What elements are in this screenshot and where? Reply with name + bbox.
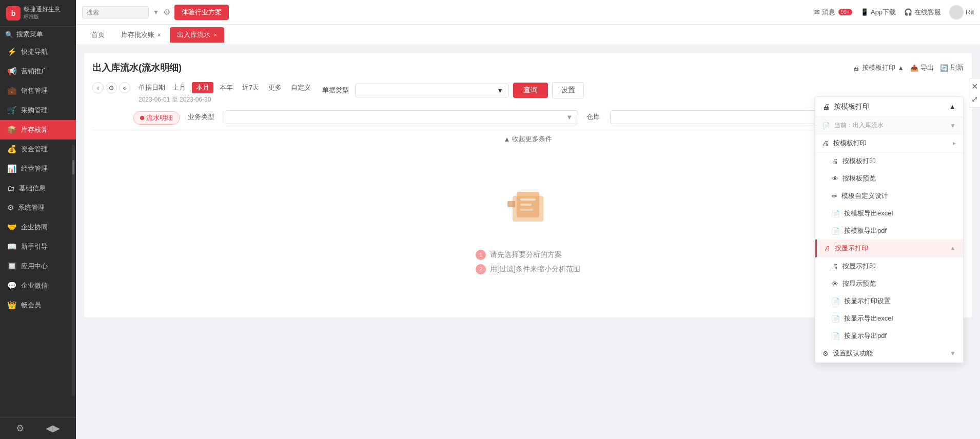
dropdown-item-template-preview[interactable]: 👁 按模板预览 bbox=[815, 170, 963, 187]
date-option-7days[interactable]: 近7天 bbox=[239, 82, 262, 93]
tab-batch-close[interactable]: × bbox=[158, 32, 161, 38]
dropdown-header[interactable]: 🖨 按模板打印 ▲ bbox=[815, 97, 963, 117]
dropdown-item-template-custom[interactable]: ✏ 模板自定义设计 bbox=[815, 187, 963, 205]
page-title-row: 出入库流水(流水明细) 🖨 按模板打印 ▲ 📤 导出 🔄 bbox=[92, 62, 964, 74]
date-options: 上月 本月 本年 近7天 更多 自定义 bbox=[169, 82, 314, 93]
dropdown-item-display-preview[interactable]: 👁 按显示预览 bbox=[815, 275, 963, 292]
display-pdf-icon: 📄 bbox=[832, 332, 840, 340]
type-select[interactable]: ▼ bbox=[355, 84, 509, 97]
header-right: ✉ 消息 99+ 📱 App下载 🎧 在线客服 Rit bbox=[814, 5, 974, 19]
date-option-this-year[interactable]: 本年 bbox=[217, 82, 236, 93]
template-pdf-label: 按模板导出pdf bbox=[844, 226, 887, 235]
refresh-btn[interactable]: 🔄 刷新 bbox=[940, 63, 964, 72]
active-tag[interactable]: 流水明细 bbox=[133, 111, 180, 125]
display-print-icon: 🖨 bbox=[832, 263, 838, 270]
collapse-filter-btn[interactable]: « bbox=[119, 82, 130, 93]
template-print-section-title[interactable]: 🖨 按模板打印 ▸ bbox=[815, 134, 963, 152]
sidebar-item-operations[interactable]: 📊 经营管理 bbox=[0, 159, 76, 178]
sidebar-item-purchase[interactable]: 🛒 采购管理 bbox=[0, 101, 76, 120]
sidebar-item-sales[interactable]: 💼 销售管理 bbox=[0, 81, 76, 101]
refresh-icon: 🔄 bbox=[940, 64, 948, 72]
sidebar-item-collab[interactable]: 🤝 企业协同 bbox=[0, 217, 76, 237]
sidebar-search[interactable]: 🔍 搜索菜单 bbox=[0, 27, 76, 42]
dropdown-item-display-pdf[interactable]: 📄 按显示导出pdf bbox=[815, 327, 963, 345]
sidebar-item-label: 经营管理 bbox=[21, 164, 48, 173]
print-template-btn[interactable]: 🖨 按模板打印 ▲ bbox=[853, 63, 904, 72]
query-btn[interactable]: 查询 bbox=[513, 83, 548, 98]
warehouse-filter-label: 仓库 bbox=[586, 112, 600, 122]
sidebar-logo: b 畅捷通好生意 标准版 bbox=[0, 0, 76, 27]
dropdown-default-section[interactable]: ⚙ 设置默认功能 ▼ bbox=[815, 345, 963, 363]
display-print-section-title[interactable]: 🖨 按显示打印 ▲ bbox=[815, 240, 963, 257]
dropdown-item-display-print[interactable]: 🖨 按显示打印 bbox=[815, 257, 963, 275]
user-avatar-item[interactable]: Rit bbox=[949, 5, 974, 19]
collapse-btn[interactable]: ▲ 收起更多条件 bbox=[504, 134, 553, 144]
dropdown-item-template-print[interactable]: 🖨 按模板打印 bbox=[815, 152, 963, 170]
date-option-custom[interactable]: 自定义 bbox=[288, 82, 314, 93]
template-print-section-label: 按模板打印 bbox=[833, 138, 867, 148]
date-option-last-month[interactable]: 上月 bbox=[169, 82, 189, 93]
sidebar-item-guide[interactable]: 📖 新手引导 bbox=[0, 237, 76, 256]
search-input[interactable] bbox=[82, 6, 149, 18]
sidebar-item-wechat[interactable]: 💬 企业微信 bbox=[0, 276, 76, 295]
date-range: 2023-06-01 至 2023-06-30 bbox=[139, 95, 314, 104]
dropdown-item-display-print-settings[interactable]: 📄 按显示打印设置 bbox=[815, 292, 963, 310]
template-print-section-icon: 🖨 bbox=[822, 139, 829, 147]
tab-batch-account[interactable]: 库存批次账 × bbox=[114, 27, 168, 43]
page-content: 出入库流水(流水明细) 🖨 按模板打印 ▲ 📤 导出 🔄 bbox=[76, 45, 980, 439]
settings-bottom-icon[interactable]: ⚙ bbox=[16, 423, 24, 434]
header-gear-icon[interactable]: ⚙ bbox=[163, 7, 170, 17]
filter-settings-btn[interactable]: ⚙ bbox=[106, 82, 117, 93]
logo-icon: b bbox=[6, 6, 21, 21]
tab-inout-close[interactable]: × bbox=[213, 32, 217, 38]
dropdown-item-template-pdf[interactable]: 📄 按模板导出pdf bbox=[815, 222, 963, 240]
empty-steps: 1 请先选择要分析的方案 2 用[过滤]条件来缩小分析范围 bbox=[476, 250, 580, 278]
sidebar-item-label: 企业协同 bbox=[21, 223, 48, 232]
setting-btn[interactable]: 设置 bbox=[552, 82, 584, 98]
sidebar-item-marketing[interactable]: 📢 营销推广 bbox=[0, 62, 76, 81]
print-chevron-icon: ▲ bbox=[897, 64, 904, 72]
export-btn[interactable]: 📤 导出 bbox=[910, 63, 934, 72]
dropdown-item-template-excel[interactable]: 📄 按模板导出excel bbox=[815, 205, 963, 222]
main-area: ▼ ⚙ 体验行业方案 ✉ 消息 99+ 📱 App下载 🎧 在线客服 bbox=[76, 0, 980, 439]
display-settings-label: 按显示打印设置 bbox=[844, 296, 891, 306]
inventory-icon: 📦 bbox=[7, 125, 17, 134]
tab-batch-label: 库存批次账 bbox=[121, 30, 154, 39]
sidebar-item-member[interactable]: 👑 畅会员 bbox=[0, 295, 76, 315]
collapse-icon[interactable]: ◀▶ bbox=[46, 423, 60, 434]
dropdown-panel: 🖨 按模板打印 ▲ 📄 当前：出入库流水 ▼ 🖨 按模板打印 ▸ bbox=[815, 96, 964, 363]
app-download-item[interactable]: 📱 App下载 bbox=[860, 8, 896, 17]
message-item[interactable]: ✉ 消息 99+ bbox=[814, 8, 852, 17]
sidebar-item-basic[interactable]: 🗂 基础信息 bbox=[0, 178, 76, 198]
step-num-1: 1 bbox=[476, 250, 486, 260]
panel-close-icon[interactable]: ✕ bbox=[971, 82, 978, 91]
dropdown-arrow-icon[interactable]: ▼ bbox=[153, 9, 159, 16]
sidebar-item-system[interactable]: ⚙ 系统管理 bbox=[0, 198, 76, 217]
add-filter-btn[interactable]: + bbox=[92, 82, 104, 93]
tabs-bar: 首页 库存批次账 × 出入库流水 × bbox=[76, 25, 980, 45]
tab-inout-flow[interactable]: 出入库流水 × bbox=[170, 27, 224, 43]
trial-btn[interactable]: 体验行业方案 bbox=[174, 5, 229, 20]
message-icon: ✉ bbox=[814, 8, 820, 16]
biz-type-select[interactable]: ▼ bbox=[225, 110, 578, 124]
dropdown-item-display-excel[interactable]: 📄 按显示导出excel bbox=[815, 310, 963, 327]
search-icon: 🔍 bbox=[5, 31, 13, 38]
operations-icon: 📊 bbox=[7, 164, 17, 173]
sidebar-item-finance[interactable]: 💰 资金管理 bbox=[0, 139, 76, 159]
page-title: 出入库流水(流水明细) bbox=[92, 62, 182, 74]
date-option-this-month[interactable]: 本月 bbox=[192, 82, 213, 93]
template-section-arrow: ▸ bbox=[953, 139, 956, 147]
sidebar-item-inventory[interactable]: 📦 库存核算 bbox=[0, 120, 76, 139]
online-service-item[interactable]: 🎧 在线客服 bbox=[904, 8, 941, 17]
sidebar-item-appstore[interactable]: 🔲 应用中心 bbox=[0, 256, 76, 276]
template-preview-icon: 👁 bbox=[832, 175, 838, 183]
date-option-more[interactable]: 更多 bbox=[265, 82, 285, 93]
dropdown-print-icon: 🖨 bbox=[822, 103, 830, 111]
tab-home[interactable]: 首页 bbox=[84, 27, 112, 43]
sidebar-item-label: 新手引导 bbox=[21, 242, 48, 251]
panel-expand-icon[interactable]: ⤢ bbox=[971, 94, 978, 104]
dropdown-current-template[interactable]: 📄 当前：出入库流水 ▼ bbox=[815, 117, 963, 134]
sidebar-item-quick-nav[interactable]: ⚡ 快捷导航 bbox=[0, 42, 76, 62]
tab-inout-label: 出入库流水 bbox=[177, 30, 210, 39]
search-label: 搜索菜单 bbox=[16, 30, 43, 39]
